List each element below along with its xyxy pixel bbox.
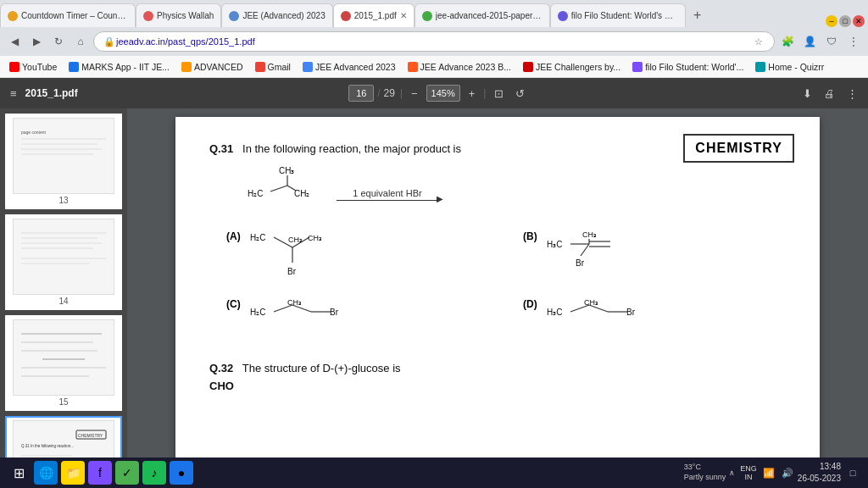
youtube-icon xyxy=(9,62,19,72)
svg-line-35 xyxy=(287,186,296,191)
print-button[interactable]: 🖨 xyxy=(821,86,838,102)
svg-text:H₂C: H₂C xyxy=(250,308,265,317)
address-bar[interactable]: 🔒 jeeadv.ac.in/past_qps/2015_1.pdf ☆ xyxy=(93,31,775,52)
svg-text:CHEMISTRY: CHEMISTRY xyxy=(78,433,103,438)
svg-text:CH₃: CH₃ xyxy=(582,230,597,239)
q32-text: The structure of D-(+)-glucose is xyxy=(242,362,401,374)
svg-text:H₃C: H₃C xyxy=(547,240,562,249)
new-tab-button[interactable]: + xyxy=(686,3,709,27)
maximize-button[interactable]: □ xyxy=(839,15,851,27)
taskbar-chrome[interactable]: ● xyxy=(170,461,193,485)
notifications-icon[interactable]: □ xyxy=(844,466,861,480)
toolbar-separator: | xyxy=(400,87,403,99)
chemistry-label: CHEMISTRY xyxy=(695,141,782,155)
option-c: (C) H₂C CH₃ Br xyxy=(226,298,489,345)
marks-app-icon xyxy=(69,62,79,72)
star-icon[interactable]: ☆ xyxy=(752,35,765,48)
q31-question: In the following reaction, the major pro… xyxy=(242,142,461,155)
bookmark-jee-challengers[interactable]: JEE Challengers by... xyxy=(519,60,625,74)
pdf-menu-button[interactable]: ≡ xyxy=(7,86,20,102)
pdf-page: CHEMISTRY Q.31 In the following reaction… xyxy=(175,117,820,488)
thumbnail-14[interactable]: 14 xyxy=(5,214,122,310)
minimize-button[interactable]: – xyxy=(826,15,837,27)
close-button[interactable]: ✕ xyxy=(853,15,865,27)
clock-date: 26-05-2023 xyxy=(798,473,841,485)
bookmark-youtube[interactable]: YouTube xyxy=(5,60,61,74)
svg-text:Br: Br xyxy=(626,308,636,317)
svg-text:Br: Br xyxy=(330,308,339,317)
reaction-area: CH₃ H₂C CH₂ 1 equivalent HBr xyxy=(243,167,786,222)
bookmark-quizrr[interactable]: Home - Quizrr xyxy=(751,60,828,74)
lock-icon: 🔒 xyxy=(103,35,116,48)
fit-page-button[interactable]: ⊡ xyxy=(491,86,507,102)
pdf-main[interactable]: CHEMISTRY Q.31 In the following reaction… xyxy=(127,108,868,488)
taskbar-edge[interactable]: 🌐 xyxy=(34,461,58,485)
thumb-img-14 xyxy=(13,219,114,295)
bookmark-advanced[interactable]: ADVANCED xyxy=(177,60,248,74)
bookmark-jee-2023[interactable]: JEE Advanced 2023 xyxy=(298,60,400,74)
home-button[interactable]: ⌂ xyxy=(71,32,90,51)
taskbar-clock[interactable]: 13:48 26-05-2023 xyxy=(798,461,841,485)
jee-advance-b-icon xyxy=(408,62,418,72)
thumbnail-13[interactable]: page content 13 xyxy=(5,114,122,209)
window-controls: – □ ✕ xyxy=(826,15,868,27)
pdf-sidebar[interactable]: page content 13 xyxy=(0,108,127,488)
taskbar-folder[interactable]: 📁 xyxy=(61,461,85,485)
more-button[interactable]: ⋮ xyxy=(843,86,861,102)
gmail-icon xyxy=(255,62,265,72)
lang-label: ENG IN xyxy=(740,464,757,481)
bookmark-jee-advance-b[interactable]: JEE Advance 2023 B... xyxy=(403,60,515,74)
option-c-svg: H₂C CH₃ Br xyxy=(250,298,369,345)
tab-pdf[interactable]: 2015_1.pdf ✕ xyxy=(333,3,415,27)
option-b-label: (B) xyxy=(523,230,540,242)
question-32: Q.32 The structure of D-(+)-glucose is C… xyxy=(209,362,786,392)
option-d-svg: H₃C CH₃ Br xyxy=(547,298,665,345)
forward-button[interactable]: ▶ xyxy=(27,32,46,51)
pdf-content-area: page content 13 xyxy=(0,108,868,488)
reaction-arrow xyxy=(337,200,438,202)
extensions-icon[interactable]: 🧩 xyxy=(778,32,797,51)
page-number-input[interactable] xyxy=(348,85,374,102)
quizrr-icon xyxy=(755,62,765,72)
zoom-out-button[interactable]: − xyxy=(408,86,421,102)
thumb-content-14 xyxy=(17,225,110,292)
tab-filo[interactable]: filo Filo Student: World's Only Live ... xyxy=(550,3,686,27)
clock-time: 13:48 xyxy=(798,461,841,473)
settings-icon[interactable]: ⋮ xyxy=(844,32,863,51)
svg-text:CH₃: CH₃ xyxy=(279,166,294,175)
bookmark-marks-app[interactable]: MARKS App - IIT JE... xyxy=(64,60,174,74)
zoom-input[interactable] xyxy=(426,85,460,102)
bookmark-gmail[interactable]: Gmail xyxy=(251,60,295,74)
profile-icon[interactable]: 👤 xyxy=(800,32,819,51)
download-button[interactable]: ⬇ xyxy=(799,86,815,102)
pdf-viewer: ≡ 2015_1.pdf / 29 | − + | ⊡ ↺ ⬇ 🖨 ⋮ xyxy=(0,78,868,488)
toolbar-separator2: | xyxy=(483,87,486,99)
question-31: Q.31 In the following reaction, the majo… xyxy=(209,142,786,345)
thumbnail-15[interactable]: 15 xyxy=(5,315,122,411)
start-button[interactable]: ⊞ xyxy=(7,461,31,485)
svg-line-60 xyxy=(589,305,608,312)
tab-close-icon[interactable]: ✕ xyxy=(400,11,407,20)
thumb-img-15 xyxy=(13,319,114,396)
svg-text:H₂C: H₂C xyxy=(248,189,263,198)
rotate-button[interactable]: ↺ xyxy=(512,86,528,102)
tab-countdown[interactable]: Countdown Timer – Countdown xyxy=(0,3,136,27)
taskbar-check[interactable]: ✓ xyxy=(115,461,139,485)
taskbar: ⊞ 🌐 📁 f ✓ ♪ ● 33°C Partly sunny ∧ ENG IN… xyxy=(0,458,868,488)
tab-jee-advanced-2023[interactable]: JEE (Advanced) 2023 xyxy=(221,3,332,27)
svg-text:Q.31 In the following reaction: Q.31 In the following reaction... xyxy=(21,444,74,448)
page-info: / 29 xyxy=(348,85,395,102)
svg-text:H₂C: H₂C xyxy=(250,233,265,242)
tab-jee-paper[interactable]: jee-advanced-2015-paper-1-sci... xyxy=(415,3,550,27)
wifi-icon[interactable]: 📶 xyxy=(762,466,776,480)
taskbar-filo[interactable]: f xyxy=(88,461,112,485)
zoom-in-button[interactable]: + xyxy=(465,86,479,102)
bookmark-filo[interactable]: filo Filo Student: World'... xyxy=(628,60,748,74)
back-button[interactable]: ◀ xyxy=(5,32,24,51)
volume-icon[interactable]: 🔊 xyxy=(781,466,794,480)
tab-physics-wallah[interactable]: Physics Wallah xyxy=(136,3,221,27)
shield-icon[interactable]: 🛡 xyxy=(822,32,841,51)
expand-icon[interactable]: ∧ xyxy=(729,469,735,477)
taskbar-spotify[interactable]: ♪ xyxy=(142,461,166,485)
reload-button[interactable]: ↻ xyxy=(49,32,68,51)
